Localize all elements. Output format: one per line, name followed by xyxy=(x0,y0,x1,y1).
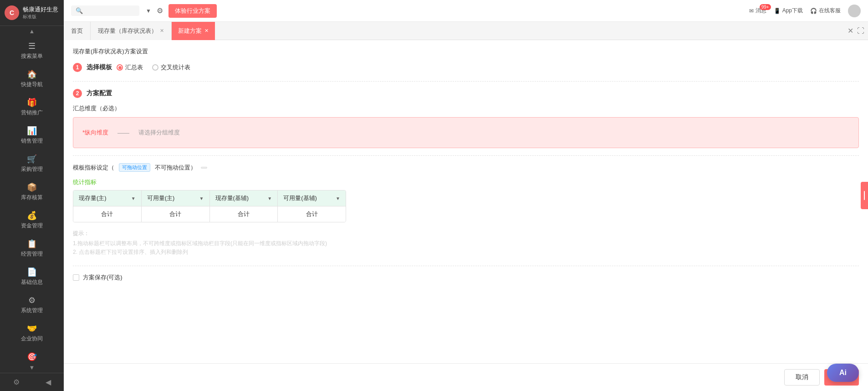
radio-summary[interactable]: 汇总表 xyxy=(117,63,143,72)
tab-inventory-label: 现存量（库存状况表） xyxy=(98,27,157,35)
page-title: 现存量(库存状况表)方案设置 xyxy=(73,47,859,56)
dimension-placeholder: 请选择分组维度 xyxy=(138,129,180,137)
logo-icon: C xyxy=(5,5,19,20)
col1-label: 现存量(主) xyxy=(79,194,107,202)
ai-bubble-label: Ai xyxy=(839,369,847,377)
sidebar-item-inventory[interactable]: 📦 库存核算 xyxy=(0,178,64,206)
stats-title: 统计指标 xyxy=(73,178,859,186)
summary-dimension-label: 汇总维度（必选） xyxy=(73,104,859,113)
sidebar-item-purchase[interactable]: 🛒 采购管理 xyxy=(0,149,64,178)
cancel-button[interactable]: 取消 xyxy=(784,369,820,386)
col-header-1[interactable]: 现存量(主) ▼ xyxy=(73,190,142,206)
message-action[interactable]: ✉ 消息 99+ xyxy=(749,7,766,15)
vertical-dimension-label: *纵向维度 xyxy=(82,129,108,137)
sidebar-item-label: 库存核算 xyxy=(21,194,43,201)
basic-info-icon: 📄 xyxy=(27,267,37,277)
step2-section: 2 方案配置 汇总维度（必选） *纵向维度 —— 请选择分组维度 模板指标设定（… xyxy=(73,89,859,257)
tips-title: 提示： xyxy=(73,230,859,237)
sales-icon: 📊 xyxy=(27,126,37,136)
sidebar-item-basic-info[interactable]: 📄 基础信息 xyxy=(0,262,64,291)
finance-icon: 💰 xyxy=(27,211,37,221)
sidebar-item-guide[interactable]: 🎯 新手引导 xyxy=(0,347,64,362)
trial-button[interactable]: 体验行业方案 xyxy=(168,4,217,18)
search-icon: 🔍 xyxy=(76,7,83,14)
sidebar-item-operations[interactable]: 📋 经营管理 xyxy=(0,234,64,262)
audio-icon[interactable]: ◀ xyxy=(46,378,51,386)
close-panel-icon[interactable]: ✕ xyxy=(848,26,853,35)
topbar-gear-icon[interactable]: ⚙ xyxy=(157,6,163,15)
sidebar-item-label: 经营管理 xyxy=(21,250,43,258)
cell-4: 合计 xyxy=(278,206,346,222)
cell-2: 合计 xyxy=(142,206,210,222)
tab-bar: 首页 现存量（库存状况表） ✕ 新建方案 ✕ ✕ ⛶ xyxy=(64,22,868,40)
col-header-3[interactable]: 现存量(基辅) ▼ xyxy=(210,190,278,206)
content-area: 现存量(库存状况表)方案设置 1 选择模板 汇总表 交叉统计表 xyxy=(64,40,868,363)
radio-cross[interactable]: 交叉统计表 xyxy=(152,63,190,72)
search-input[interactable] xyxy=(86,8,131,14)
col4-label: 可用量(基辅) xyxy=(283,194,317,202)
divider1 xyxy=(73,81,859,82)
topbar-search-box[interactable]: 🔍 xyxy=(71,5,139,16)
sidebar-item-quick-nav[interactable]: 🏠 快捷导航 xyxy=(0,65,64,93)
sidebar-item-label: 系统管理 xyxy=(21,307,43,314)
topbar-actions: ✉ 消息 99+ 📱 App下载 🎧 在线客服 xyxy=(749,5,861,17)
col1-chevron-icon[interactable]: ▼ xyxy=(131,196,136,201)
radio-cross-label: 交叉统计表 xyxy=(161,63,190,72)
ai-bubble[interactable]: Ai xyxy=(827,364,859,382)
sidebar-scroll-up[interactable]: ▲ xyxy=(0,26,64,36)
save-checkbox[interactable] xyxy=(73,274,79,281)
system-icon: ⚙ xyxy=(28,295,36,305)
col-header-2[interactable]: 可用量(主) ▼ xyxy=(142,190,210,206)
right-panel-handle[interactable] xyxy=(861,182,868,209)
sidebar-item-label: 基础信息 xyxy=(21,278,43,286)
divider3 xyxy=(73,266,859,266)
dimension-box[interactable]: *纵向维度 —— 请选择分组维度 xyxy=(73,117,859,148)
sidebar-item-label: 营销推广 xyxy=(21,109,43,117)
tab-inventory-close-icon[interactable]: ✕ xyxy=(160,28,164,34)
user-avatar[interactable] xyxy=(848,5,861,17)
step2-number: 2 xyxy=(73,89,82,98)
save-option-label: 方案保存(可选) xyxy=(83,273,123,282)
col4-chevron-icon[interactable]: ▼ xyxy=(336,196,340,201)
stats-section: 统计指标 现存量(主) ▼ 可用量(主) ▼ xyxy=(73,178,859,222)
sidebar-item-finance[interactable]: 💰 资金管理 xyxy=(0,206,64,234)
sidebar-item-label: 企业协同 xyxy=(21,335,43,343)
sidebar-item-marketing[interactable]: 🎁 营销推广 xyxy=(0,93,64,121)
customer-service-label: 在线客服 xyxy=(819,7,841,15)
topbar-dropdown-button[interactable]: ▼ xyxy=(145,8,151,14)
step1-number: 1 xyxy=(73,63,82,72)
radio-summary-circle xyxy=(117,64,123,71)
sidebar-scroll-down[interactable]: ▼ xyxy=(0,362,64,373)
col3-chevron-icon[interactable]: ▼ xyxy=(267,196,272,201)
col3-label: 现存量(基辅) xyxy=(215,194,249,202)
tab-inventory[interactable]: 现存量（库存状况表） ✕ xyxy=(91,22,172,40)
settings-icon[interactable]: ⚙ xyxy=(13,378,20,386)
step1-title: 选择模板 xyxy=(87,63,112,72)
tab-new[interactable]: 新建方案 ✕ xyxy=(172,22,215,40)
radio-summary-label: 汇总表 xyxy=(125,63,143,72)
tab-home[interactable]: 首页 xyxy=(64,22,91,40)
expand-icon[interactable]: ⛶ xyxy=(857,27,864,35)
headset-icon: 🎧 xyxy=(810,8,817,14)
sidebar-item-system[interactable]: ⚙ 系统管理 xyxy=(0,291,64,319)
step1-section: 1 选择模板 汇总表 交叉统计表 xyxy=(73,63,859,72)
app-download-action[interactable]: 📱 App下载 xyxy=(774,7,803,15)
sidebar-item-search-menu[interactable]: ☰ 搜索菜单 xyxy=(0,36,64,65)
sidebar-item-sales[interactable]: 📊 销售管理 xyxy=(0,121,64,149)
radio-cross-circle xyxy=(152,64,158,71)
customer-service-action[interactable]: 🎧 在线客服 xyxy=(810,7,841,15)
step2-title: 方案配置 xyxy=(87,89,112,98)
gift-icon: 🎁 xyxy=(27,98,37,108)
tab-new-close-icon[interactable]: ✕ xyxy=(204,28,209,34)
template-options: 汇总表 交叉统计表 xyxy=(117,63,190,72)
message-badge: 99+ xyxy=(760,4,771,10)
indicator-settings-label: 模板指标设定（ 可拖动位置 不可拖动位置） xyxy=(73,163,859,172)
col-header-4[interactable]: 可用量(基辅) ▼ xyxy=(278,190,346,206)
purchase-icon: 🛒 xyxy=(27,154,37,164)
inventory-icon: 📦 xyxy=(27,182,37,192)
col2-chevron-icon[interactable]: ▼ xyxy=(199,196,204,201)
sidebar-item-enterprise[interactable]: 🤝 企业协同 xyxy=(0,319,64,347)
non-draggable-badge xyxy=(201,167,207,169)
sidebar-item-label: 销售管理 xyxy=(21,137,43,145)
tab-home-label: 首页 xyxy=(71,27,83,35)
